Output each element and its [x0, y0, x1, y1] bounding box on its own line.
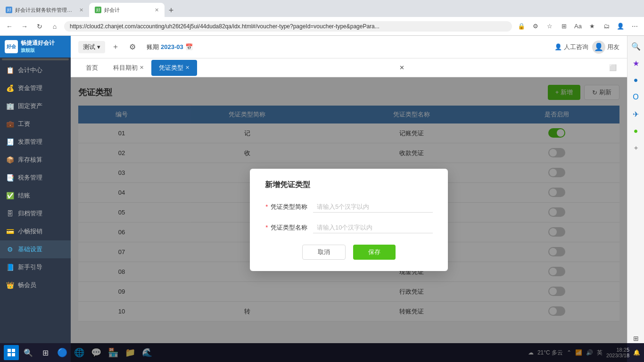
logo-badge: 旗舰版	[21, 47, 55, 54]
right-panel: 🔍 ★ ● O ✈ ● ＋ ⊞ ⚙	[627, 36, 644, 362]
sidebar-item-settle[interactable]: ✅ 结账	[0, 187, 71, 205]
right-star-btn[interactable]: ★	[629, 57, 643, 70]
taskbar-search-btn[interactable]: 🔍	[21, 345, 36, 360]
name-form-row: * 凭证类型名称	[265, 222, 433, 233]
reload-button[interactable]: ↻	[34, 21, 45, 32]
sidebar-item-inventory[interactable]: 📦 库存核算	[0, 151, 71, 169]
more-btn[interactable]: ⋯	[629, 21, 640, 32]
tab-home[interactable]: 首页	[78, 60, 106, 76]
sidebar-item-invoice[interactable]: 🧾 发票管理	[0, 133, 71, 151]
right-add-btn[interactable]: ＋	[629, 141, 643, 155]
sidebar-item-dashboard[interactable]: 📋 会计中心	[0, 61, 71, 79]
forward-button[interactable]: →	[19, 21, 30, 32]
favorites-btn[interactable]: ★	[586, 21, 598, 32]
right-outlook-btn[interactable]: O	[629, 90, 643, 104]
bookmark-btn[interactable]: ☆	[544, 21, 555, 32]
tab-voucher-type-close[interactable]: ✕	[185, 65, 190, 71]
right-blue-btn[interactable]: ●	[629, 74, 643, 87]
user-label: 用友	[607, 43, 619, 51]
collections-btn[interactable]: 🗂	[601, 21, 612, 32]
capital-icon: 💰	[6, 84, 14, 92]
sidebar-item-capital[interactable]: 💰 资金管理	[0, 79, 71, 97]
browser-tab-2[interactable]: 好 好会计 ✕	[89, 3, 165, 17]
back-button[interactable]: ←	[4, 21, 15, 32]
archive-icon: 🗄	[6, 209, 14, 218]
sidebar-item-label: 畅会员	[18, 281, 36, 289]
right-feishu-btn[interactable]: ✈	[629, 107, 643, 121]
name-label-text: 凭证类型名称	[271, 224, 307, 231]
home-button[interactable]: ⌂	[49, 21, 60, 32]
abbr-form-row: * 凭证类型简称	[265, 201, 433, 213]
company-selector[interactable]: 测试 ▾	[78, 41, 105, 53]
tab-search-btn[interactable]: ⊞	[558, 21, 570, 32]
page-tabs: 首页 科目期初 ✕ 凭证类型 ✕ ✕ ⬜	[71, 58, 627, 77]
tab1-close-icon[interactable]: ✕	[79, 7, 83, 13]
save-button[interactable]: 保存	[353, 245, 396, 260]
url-input[interactable]	[64, 21, 512, 32]
sidebar-item-guide[interactable]: 📘 新手引导	[0, 258, 71, 276]
tab-close-panel-btn[interactable]: ✕	[395, 61, 408, 74]
taskbar-taskview-btn[interactable]: ⊞	[38, 345, 53, 360]
abbr-label: * 凭证类型简称	[265, 203, 307, 211]
tax-icon: 📑	[6, 173, 14, 182]
settings-icon: ⚙	[6, 245, 14, 254]
sidebar-item-expense[interactable]: 💳 小畅报销	[0, 222, 71, 240]
modal-footer: 取消 保存	[265, 245, 433, 260]
tab-expand-btn[interactable]: ⬜	[606, 61, 619, 74]
right-green-btn[interactable]: ●	[629, 124, 643, 138]
taskbar-edge-btn[interactable]: 🔵	[55, 345, 70, 360]
extensions-btn[interactable]: ⚙	[530, 21, 541, 32]
cancel-button[interactable]: 取消	[302, 245, 346, 260]
tab2-title: 好会计	[104, 7, 120, 14]
abbr-required-mark: *	[265, 203, 268, 210]
sidebar-item-settings[interactable]: ⚙ 基础设置	[0, 240, 71, 258]
logo-text: 畅捷通好会计	[21, 40, 55, 47]
tab-subjects[interactable]: 科目期初 ✕	[106, 60, 151, 76]
sidebar-item-label: 固定资产	[18, 102, 42, 110]
sidebar-item-label: 发票管理	[18, 138, 42, 146]
member-icon: 👑	[6, 281, 14, 289]
svg-rect-0	[8, 349, 11, 352]
sidebar-item-archive[interactable]: 🗄 归档管理	[0, 205, 71, 222]
top-toolbar: 测试 ▾ ＋ ⚙ 账期 2023-03 📅 👤 人工咨询 👤 用友	[71, 36, 627, 58]
tab1-favicon: 好	[6, 7, 12, 13]
start-button[interactable]	[4, 345, 19, 360]
right-search-btn[interactable]: 🔍	[629, 40, 643, 53]
security-icon: 🔒	[516, 21, 527, 32]
tab-voucher-type[interactable]: 凭证类型 ✕	[151, 60, 197, 76]
name-label: * 凭证类型名称	[265, 223, 307, 232]
new-tab-button[interactable]: +	[165, 4, 178, 17]
page-body: 凭证类型 + 新增 ↻ 刷新 编号 凭证类型简称 凭证类型名称	[71, 77, 627, 362]
sidebar-item-label: 结账	[18, 191, 30, 200]
save-btn-label: 保存	[368, 248, 380, 255]
tab2-close-icon[interactable]: ✕	[155, 7, 159, 13]
profile-btn[interactable]: 👤	[615, 21, 626, 32]
taskbar-notification-icon: 🔔	[633, 349, 640, 356]
consult-btn[interactable]: 👤 人工咨询	[554, 43, 588, 51]
tab-subjects-close[interactable]: ✕	[140, 65, 144, 71]
consult-icon: 👤	[554, 43, 562, 50]
sidebar-item-tax[interactable]: 📑 税务管理	[0, 169, 71, 187]
sidebar-item-label: 税务管理	[18, 173, 42, 182]
svg-rect-3	[12, 353, 15, 356]
name-input[interactable]	[313, 222, 433, 233]
sidebar-item-label: 归档管理	[18, 209, 42, 218]
company-dropdown-icon: ▾	[97, 43, 100, 50]
period-lock-icon: 📅	[185, 43, 193, 50]
add-company-btn[interactable]: ＋	[109, 41, 122, 54]
settle-icon: ✅	[6, 191, 14, 200]
abbr-label-text: 凭证类型简称	[271, 203, 307, 210]
browser-tab-1[interactable]: 好 好会计云财务软件管理系统_会计 ✕	[0, 3, 89, 17]
svg-rect-1	[12, 349, 15, 352]
company-name: 测试	[83, 43, 95, 51]
period-info: 账期 2023-03 📅	[147, 43, 193, 51]
sidebar-item-payroll[interactable]: 💼 工资	[0, 115, 71, 133]
reading-mode-btn[interactable]: Aa	[572, 21, 584, 32]
tab-voucher-type-label: 凭证类型	[159, 64, 183, 72]
settings-gear-btn[interactable]: ⚙	[126, 41, 139, 54]
user-btn[interactable]: 👤 用友	[592, 41, 619, 54]
abbr-input[interactable]	[313, 201, 433, 213]
sidebar-item-fixed-assets[interactable]: 🏢 固定资产	[0, 97, 71, 115]
tab1-title: 好会计云财务软件管理系统_会计	[15, 7, 76, 14]
sidebar-item-member[interactable]: 👑 畅会员	[0, 276, 71, 294]
